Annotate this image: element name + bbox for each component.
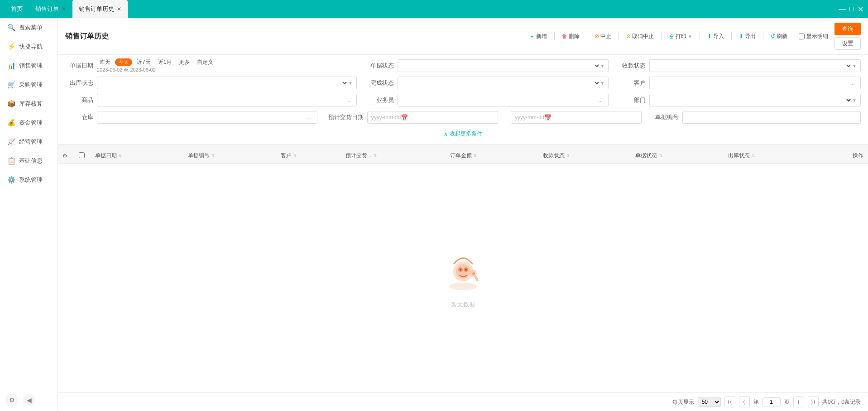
col-payment-status-sort-icon[interactable]: ⇅: [566, 153, 570, 158]
col-doc-status-sort-icon[interactable]: ⇅: [659, 153, 662, 158]
col-checkbox[interactable]: [74, 148, 91, 164]
delivery-to-calendar-icon[interactable]: 📅: [544, 114, 551, 121]
sidebar-item-sales-mgmt[interactable]: 📊 销售管理: [0, 56, 58, 75]
goods-dots-icon[interactable]: ...: [345, 97, 353, 103]
filter-warehouse-control[interactable]: ...: [97, 111, 317, 124]
col-delivery[interactable]: 预计交货... ⇅: [341, 148, 446, 164]
import-button[interactable]: ⬆ 导入: [704, 31, 728, 42]
filter-customer-control[interactable]: ...: [649, 77, 861, 89]
col-date-sort-icon[interactable]: ⇅: [118, 153, 122, 158]
filter-delivery-range: yyyy-mm-dd 📅 — yyyy-mm-dd 📅: [367, 111, 642, 124]
window-close-icon[interactable]: ✕: [858, 5, 863, 14]
date-option-1month[interactable]: 近1月: [155, 58, 175, 67]
sidebar-item-inventory-calc[interactable]: 📦 库存核算: [0, 94, 58, 113]
tab-sales-order[interactable]: 销售订单 ✕: [29, 0, 72, 18]
cancel-stop-button[interactable]: ⊘ 取消中止: [623, 31, 657, 42]
toolbar-divider-6: [731, 32, 732, 40]
window-minimize-icon[interactable]: —: [839, 5, 846, 13]
export-button[interactable]: ⬇ 导出: [735, 31, 759, 42]
filter-complete-status-control[interactable]: ▼: [398, 77, 609, 89]
tab-sales-order-history[interactable]: 销售订单历史 ✕: [72, 0, 128, 18]
tab-home[interactable]: 首页: [5, 0, 29, 18]
tab-bar: 首页 销售订单 ✕ 销售订单历史 ✕: [5, 0, 839, 18]
warehouse-dots-icon[interactable]: ...: [305, 114, 313, 121]
date-option-today[interactable]: 今天: [115, 58, 132, 66]
col-doc-status[interactable]: 单据状态 ⇅: [631, 148, 724, 164]
col-settings[interactable]: ⚙: [58, 148, 74, 164]
col-warehouse-status-sort-icon[interactable]: ⇅: [752, 153, 755, 158]
page-number-input[interactable]: [762, 397, 781, 406]
date-option-7days[interactable]: 近7天: [134, 58, 153, 67]
new-button[interactable]: ＋ 新增: [526, 31, 551, 42]
salesman-dots-icon[interactable]: ...: [596, 97, 604, 103]
col-order-no[interactable]: 单据编号 ⇅: [183, 148, 276, 164]
prev-page-button[interactable]: ⟨: [739, 396, 750, 407]
filter-dept-select[interactable]: [653, 97, 852, 104]
next-page-button[interactable]: ⟩: [793, 396, 804, 407]
collapse-bar[interactable]: ∧ 收起更多条件: [65, 128, 861, 140]
date-option-more[interactable]: 更多: [176, 58, 192, 67]
settings-button[interactable]: 设置: [834, 37, 861, 50]
col-warehouse-status[interactable]: 出库状态 ⇅: [724, 148, 816, 164]
filter-doc-status-select[interactable]: [402, 62, 600, 69]
sidebar-item-finance-mgmt[interactable]: 💰 资金管理: [0, 113, 58, 132]
per-page-select[interactable]: 50 10 20 100: [698, 397, 721, 407]
filter-order-no-control[interactable]: [682, 111, 861, 124]
col-order-no-sort-icon[interactable]: ⇅: [211, 153, 215, 158]
refresh-label: 刷新: [777, 33, 787, 40]
date-option-yesterday[interactable]: 昨天: [97, 58, 113, 67]
sidebar-item-ops-mgmt[interactable]: 📈 经营管理: [0, 132, 58, 151]
filter-dept-item: 部门 ▼: [618, 94, 861, 106]
filter-salesman-label: 业务员: [366, 96, 398, 104]
filter-date-control[interactable]: 昨天 今天 近7天 近1月 更多 自定义 2023-06-02 至 2023-0…: [97, 59, 357, 72]
delivery-from-placeholder: yyyy-mm-dd: [371, 114, 401, 121]
sidebar-item-sys-mgmt[interactable]: ⚙️ 系统管理: [0, 170, 58, 189]
col-customer[interactable]: 客户 ⇅: [276, 148, 341, 164]
last-page-button[interactable]: ⟩⟩: [808, 396, 819, 407]
query-button[interactable]: 查询: [834, 23, 861, 35]
sidebar-collapse-button[interactable]: ◀: [23, 394, 35, 406]
col-delivery-sort-icon[interactable]: ⇅: [373, 153, 377, 158]
filter-warehouse-status-select[interactable]: [101, 79, 348, 87]
filter-delivery-from-control[interactable]: yyyy-mm-dd 📅: [367, 111, 498, 124]
select-all-checkbox[interactable]: [79, 152, 85, 158]
refresh-button[interactable]: ↺ 刷新: [767, 31, 791, 42]
col-customer-sort-icon[interactable]: ⇅: [293, 153, 297, 158]
display-detail-checkbox[interactable]: [799, 34, 805, 39]
basic-info-icon: 📋: [7, 157, 15, 165]
filter-doc-status-control[interactable]: ▼: [398, 59, 609, 72]
filter-delivery-to-control[interactable]: yyyy-mm-dd 📅: [511, 111, 642, 124]
col-amount-label: 订单金额: [450, 152, 472, 159]
sidebar-item-quick-nav[interactable]: ⚡ 快捷导航: [0, 37, 58, 56]
filter-complete-status-select[interactable]: [402, 79, 600, 87]
tab-sales-order-history-close[interactable]: ✕: [117, 6, 121, 12]
print-button[interactable]: 🖨 打印 ▼: [665, 31, 696, 42]
window-maximize-icon[interactable]: □: [849, 5, 854, 13]
filter-date-label: 单据日期: [65, 62, 97, 70]
tab-sales-order-close[interactable]: ✕: [62, 6, 66, 12]
sidebar-item-basic-info[interactable]: 📋 基础信息: [0, 151, 58, 170]
print-arrow-icon[interactable]: ▼: [688, 34, 692, 39]
col-date[interactable]: 单据日期 ⇅: [91, 148, 183, 164]
col-amount[interactable]: 订单金额 ⇅: [446, 148, 538, 164]
stop-button[interactable]: ⊘ 中止: [591, 31, 615, 42]
filter-payment-status-select[interactable]: [653, 62, 852, 69]
filter-salesman-control[interactable]: ...: [398, 94, 609, 106]
delivery-from-calendar-icon[interactable]: 📅: [401, 114, 408, 121]
col-payment-status[interactable]: 收款状态 ⇅: [538, 148, 631, 164]
display-detail-checkbox-label[interactable]: 显示明细: [799, 33, 828, 40]
table-settings-icon[interactable]: ⚙: [62, 153, 67, 159]
delete-button[interactable]: 🗑 删除: [558, 31, 583, 42]
filter-warehouse-status-control[interactable]: ▼: [97, 77, 357, 89]
customer-dots-icon[interactable]: ...: [849, 80, 857, 86]
sidebar-item-search-menu[interactable]: 🔍 搜索菜单: [0, 18, 58, 37]
filter-goods-control[interactable]: ...: [97, 94, 357, 106]
date-option-custom[interactable]: 自定义: [194, 58, 216, 67]
sidebar-settings-button[interactable]: ⚙: [5, 394, 18, 406]
export-label: 导出: [745, 33, 756, 40]
first-page-button[interactable]: ⟨⟨: [724, 396, 735, 407]
col-amount-sort-icon[interactable]: ⇅: [473, 153, 477, 158]
filter-payment-status-control[interactable]: ▼: [649, 59, 861, 72]
sidebar-item-purchase-mgmt[interactable]: 🛒 采购管理: [0, 75, 58, 94]
filter-dept-control[interactable]: ▼: [649, 94, 861, 106]
